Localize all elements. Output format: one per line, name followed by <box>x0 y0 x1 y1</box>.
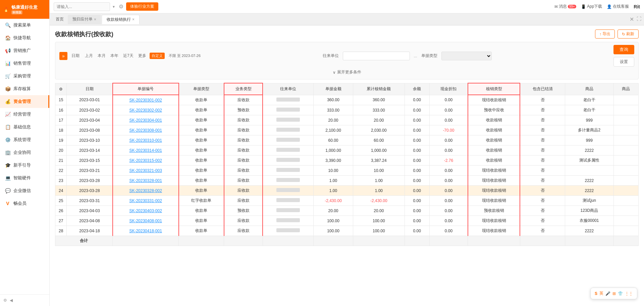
code-link[interactable]: SK-20230304-001 <box>129 118 162 123</box>
footer-bill-type-cell <box>179 236 224 246</box>
cell-goods2 <box>613 186 638 196</box>
sidebar-item-sales[interactable]: 📊 销售管理 <box>0 57 49 70</box>
tab-payable[interactable]: 预归应付单 × <box>68 15 101 24</box>
main-content: 收款核销执行(按收款) ↑ 导出 ↻ 刷新 » 日期 上月 本月 <box>50 25 644 306</box>
cell-no: 22 <box>55 166 67 176</box>
purchase-icon: 🛒 <box>5 73 11 79</box>
tab-collection[interactable]: 收款核销执行 × <box>102 15 140 24</box>
cell-goods1: 测试多属性 <box>565 156 614 166</box>
this-year-btn[interactable]: 本年 <box>109 52 120 59</box>
cell-goods2 <box>613 156 638 166</box>
code-link[interactable]: SK-20230328-001 <box>129 178 162 183</box>
cell-no: 23 <box>55 176 67 186</box>
cell-amount: -2,430.00 <box>313 196 353 206</box>
footer-label: 合计 <box>55 236 113 246</box>
tab-collection-close[interactable]: × <box>132 17 135 22</box>
cell-code: SK-20230304-001 <box>113 115 179 125</box>
cell-bill-type: 收款单 <box>179 166 224 176</box>
code-link[interactable]: SK-20230328-002 <box>129 188 162 193</box>
sidebar-item-search[interactable]: 🔍 搜索菜单 <box>0 19 49 32</box>
filter-settings-button[interactable]: 设置 <box>613 57 634 67</box>
cell-no: 18 <box>55 125 67 135</box>
code-link[interactable]: SK-20230403-002 <box>129 208 162 213</box>
sidebar-item-basic-info[interactable]: 📋 基础信息 <box>0 121 49 133</box>
code-link[interactable]: SK-20230321-003 <box>129 168 162 173</box>
sidebar-item-marketing[interactable]: 📢 营销推广 <box>0 44 49 57</box>
last-7days-btn[interactable]: 近7天 <box>122 52 135 59</box>
sidebar-item-quick-nav[interactable]: 🏠 快捷导航 <box>0 32 49 44</box>
type-filter-label: 单据类型 <box>421 53 437 59</box>
code-link[interactable]: SK-20230310-001 <box>129 138 162 143</box>
custom-date-btn[interactable]: 自定义 <box>150 53 165 59</box>
cell-unit <box>263 95 313 105</box>
maximize-window-icon[interactable]: ⛶ <box>637 16 641 22</box>
badge-label: 英 <box>599 291 603 296</box>
expand-filter-btn[interactable]: ∨ 展开更多条件 <box>59 68 634 76</box>
footer-discount-cell <box>429 236 468 246</box>
sidebar-item-enterprise[interactable]: 🏢 企业协同 <box>0 146 49 159</box>
settings-bottom-icon[interactable]: ⚙ <box>3 298 7 303</box>
user-profile[interactable]: Rit <box>634 4 640 9</box>
sidebar-bottom: ⚙ ◀ <box>0 294 49 306</box>
sidebar-item-system[interactable]: ⚙️ 系统管理 <box>0 133 49 146</box>
code-link[interactable]: SK-20230301-002 <box>129 98 162 103</box>
cell-biz-type: 应收款 <box>224 135 263 145</box>
more-date-btn[interactable]: 更多 <box>137 52 148 59</box>
last-month-btn[interactable]: 上月 <box>84 52 94 59</box>
tab-home[interactable]: 首页 <box>52 16 67 22</box>
cell-discount: 0.00 <box>429 115 468 125</box>
query-button[interactable]: 查询 <box>613 45 634 54</box>
col-setting-header[interactable]: ⚙ <box>55 83 67 95</box>
col-goods1-header: 商品 <box>565 83 614 95</box>
table-row: 16 2023-03-02 SK-20230302-002 收款单 预收款 33… <box>55 105 639 115</box>
cell-goods1: 老白干 <box>565 95 614 105</box>
export-button[interactable]: ↑ 导出 <box>595 29 615 39</box>
this-month-btn[interactable]: 本月 <box>96 52 107 59</box>
cell-goods2 <box>613 145 638 156</box>
filter-toggle-button[interactable]: » <box>59 52 67 60</box>
app-name: 畅康通好生意 <box>11 4 38 10</box>
code-link[interactable]: SK-20230315-002 <box>129 158 162 163</box>
cell-no: 17 <box>55 115 67 125</box>
unit-filter-input[interactable] <box>343 52 410 60</box>
topbar-gear-icon[interactable]: ⚙ <box>119 3 123 10</box>
code-link[interactable]: SK-20230331-002 <box>129 198 162 203</box>
cell-cum-amount: 1.00 <box>353 186 405 196</box>
tab-payable-close[interactable]: × <box>94 17 96 22</box>
app-icon: 📱 <box>581 4 586 9</box>
sidebar-label-system: 系统管理 <box>13 137 31 143</box>
messages-action[interactable]: ✉ 消息 99+ <box>554 4 576 9</box>
cell-discount: 0.00 <box>429 166 468 176</box>
sidebar-item-member[interactable]: V 畅会员 <box>0 197 49 210</box>
refresh-button[interactable]: ↻ 刷新 <box>618 29 639 39</box>
cell-unit <box>263 145 313 156</box>
app-download-action[interactable]: 📱 App下载 <box>581 4 602 9</box>
sidebar-item-purchase[interactable]: 🛒 采购管理 <box>0 70 49 82</box>
code-link[interactable]: SK-20230418-001 <box>129 229 162 233</box>
code-link[interactable]: SK-20230302-002 <box>129 108 162 113</box>
sidebar-item-beginner[interactable]: 🎓 新手引导 <box>0 159 49 172</box>
cell-balance: 0.00 <box>405 125 429 135</box>
type-filter-select[interactable] <box>441 52 492 60</box>
sidebar-item-wechat[interactable]: 💬 企业微信 <box>0 184 49 197</box>
cell-goods1: 老白干 <box>565 105 614 115</box>
topbar-search-input[interactable] <box>54 2 110 11</box>
sidebar-item-hardware[interactable]: 💻 智能硬件 <box>0 172 49 184</box>
sidebar-label-basic-info: 基础信息 <box>13 124 31 130</box>
cell-biz-type: 应收款 <box>224 145 263 156</box>
sidebar-item-finance[interactable]: 💰 资金管理 <box>0 95 49 108</box>
online-service-action[interactable]: 👤 在线客服 <box>607 4 629 9</box>
collapse-icon[interactable]: ◀ <box>10 298 13 303</box>
close-window-icon[interactable]: ✕ <box>630 16 634 22</box>
cell-amount: 1.00 <box>313 176 353 186</box>
sidebar-item-operations[interactable]: 📈 经营管理 <box>0 108 49 121</box>
topbar-dropdown-arrow[interactable]: ▾ <box>113 4 115 9</box>
code-link[interactable]: SK-20230314-001 <box>129 148 162 153</box>
code-link[interactable]: SK-20230408-001 <box>129 219 162 223</box>
sidebar-item-inventory[interactable]: 📦 库存核算 <box>0 82 49 95</box>
cell-no: 15 <box>55 95 67 105</box>
cell-date: 2023-03-15 <box>67 156 113 166</box>
code-link[interactable]: SK-20230308-001 <box>129 128 162 133</box>
cell-no: 25 <box>55 196 67 206</box>
solution-button[interactable]: 体验行业方案 <box>126 2 158 11</box>
